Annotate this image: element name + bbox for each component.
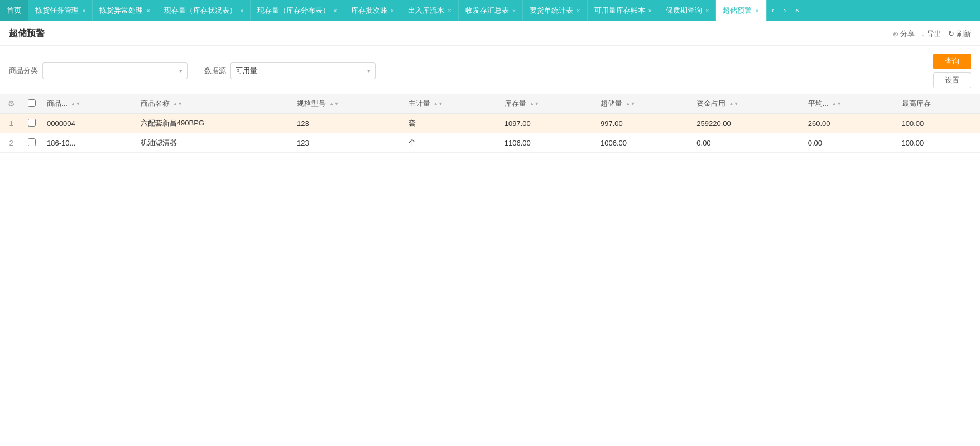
close-icon-abnormal[interactable]: × xyxy=(146,7,150,14)
row-spec: 123 xyxy=(291,133,402,153)
col-header-stock[interactable]: 库存量 ▲▼ xyxy=(499,94,595,114)
nav-item-order-stat[interactable]: 要货单统计表 × xyxy=(523,0,587,21)
category-arrow-icon: ▾ xyxy=(179,67,182,75)
row-avg: 0.00 xyxy=(803,133,896,153)
col-header-product-name[interactable]: 商品名称 ▲▼ xyxy=(135,94,291,114)
close-icon-quality[interactable]: × xyxy=(705,7,709,14)
row-code: 186-10... xyxy=(41,133,135,153)
row-overstock: 1006.00 xyxy=(595,133,691,153)
col-label-capital: 资金占用 xyxy=(696,99,726,108)
close-icon-inventory-dist[interactable]: × xyxy=(333,7,337,14)
nav-item-inventory-dist[interactable]: 现存量（库存分布表） × xyxy=(251,0,344,21)
close-icon-available-acct[interactable]: × xyxy=(648,7,652,14)
close-icon-summary[interactable]: × xyxy=(512,7,516,14)
nav-item-home[interactable]: 首页 xyxy=(0,0,28,21)
row-name: 六配套新昌490BPG xyxy=(135,114,291,133)
page-header: 超储预警 ⎋ 分享 ↓ 导出 ↻ 刷新 xyxy=(0,21,980,46)
row-seq: 2 xyxy=(0,133,22,153)
filter-area: 商品分类 ▾ 数据源 可用量 ▾ 查询 设置 xyxy=(0,46,980,94)
close-icon-flow[interactable]: × xyxy=(448,7,451,14)
sort-icon-product-code: ▲▼ xyxy=(70,101,80,106)
settings-button[interactable]: 设置 xyxy=(933,72,971,88)
table-wrap: ⚙ 商品... ▲▼ 商品名称 ▲▼ 规格型号 ▲▼ xyxy=(0,94,980,153)
col-label-product-code: 商品... xyxy=(47,99,68,108)
nav-label-task-mgmt: 拣货任务管理 xyxy=(35,6,79,16)
nav-item-flow[interactable]: 出入库流水 × xyxy=(401,0,458,21)
row-avg: 260.00 xyxy=(803,114,896,133)
col-header-max-stock: 最高库存 xyxy=(896,94,981,114)
table-row: 1 0000004 六配套新昌490BPG 123 套 1097.00 997.… xyxy=(0,114,980,133)
row-checkbox-cell xyxy=(22,114,41,133)
row-max-stock: 100.00 xyxy=(896,114,981,133)
nav-item-abnormal[interactable]: 拣货异常处理 × xyxy=(93,0,157,21)
category-label: 商品分类 xyxy=(9,66,38,76)
col-header-avg[interactable]: 平均... ▲▼ xyxy=(803,94,896,114)
nav-item-quality[interactable]: 保质期查询 × xyxy=(659,0,716,21)
row-checkbox-0[interactable] xyxy=(28,119,36,127)
data-table: ⚙ 商品... ▲▼ 商品名称 ▲▼ 规格型号 ▲▼ xyxy=(0,94,980,153)
col-header-overstock[interactable]: 超储量 ▲▼ xyxy=(595,94,691,114)
close-icon-batch[interactable]: × xyxy=(391,7,394,14)
datasource-arrow-icon: ▾ xyxy=(367,67,371,75)
refresh-button[interactable]: ↻ 刷新 xyxy=(948,29,971,39)
col-header-spec[interactable]: 规格型号 ▲▼ xyxy=(291,94,402,114)
col-header-unit[interactable]: 主计量 ▲▼ xyxy=(403,94,499,114)
page-content: 超储预警 ⎋ 分享 ↓ 导出 ↻ 刷新 商品分类 ▾ 数据源 xyxy=(0,21,980,446)
nav-arrow-right[interactable]: › xyxy=(779,0,791,21)
close-icon-overstock[interactable]: × xyxy=(755,7,758,14)
nav-item-task-mgmt[interactable]: 拣货任务管理 × xyxy=(28,0,93,21)
filter-buttons: 查询 设置 xyxy=(933,54,971,88)
row-name: 机油滤清器 xyxy=(135,133,291,153)
select-all-checkbox[interactable] xyxy=(28,99,36,107)
sort-icon-avg: ▲▼ xyxy=(832,101,842,106)
header-actions: ⎋ 分享 ↓ 导出 ↻ 刷新 xyxy=(893,29,972,39)
query-button[interactable]: 查询 xyxy=(933,54,971,69)
row-checkbox-1[interactable] xyxy=(28,138,36,146)
sort-icon-overstock: ▲▼ xyxy=(626,101,636,106)
row-unit: 个 xyxy=(403,133,499,153)
nav-item-batch[interactable]: 库存批次账 × xyxy=(344,0,401,21)
checkbox-header xyxy=(22,94,41,114)
sort-icon-capital: ▲▼ xyxy=(729,101,739,106)
datasource-label: 数据源 xyxy=(204,66,226,76)
nav-item-inventory-status[interactable]: 现存量（库存状况表） × xyxy=(157,0,251,21)
datasource-select[interactable]: 可用量 ▾ xyxy=(230,62,376,79)
row-unit: 套 xyxy=(403,114,499,133)
nav-item-summary[interactable]: 收发存汇总表 × xyxy=(459,0,523,21)
col-label-stock: 库存量 xyxy=(505,99,526,108)
row-code: 0000004 xyxy=(41,114,135,133)
row-overstock: 997.00 xyxy=(595,114,691,133)
nav-label-available-acct: 可用量库存账本 xyxy=(594,6,645,16)
datasource-value: 可用量 xyxy=(236,66,257,76)
nav-label-order-stat: 要货单统计表 xyxy=(530,6,573,16)
nav-arrow-close[interactable]: × xyxy=(791,0,803,21)
row-capital: 259220.00 xyxy=(691,114,802,133)
row-max-stock: 100.00 xyxy=(896,133,981,153)
share-label: 分享 xyxy=(900,29,915,39)
category-select[interactable]: ▾ xyxy=(42,62,188,79)
col-header-product-code[interactable]: 商品... ▲▼ xyxy=(41,94,135,114)
close-icon-inventory-status[interactable]: × xyxy=(240,7,243,14)
sort-icon-product-name: ▲▼ xyxy=(172,101,182,106)
sort-icon-spec: ▲▼ xyxy=(329,101,339,106)
col-header-capital[interactable]: 资金占用 ▲▼ xyxy=(691,94,802,114)
nav-label-flow: 出入库流水 xyxy=(408,6,444,16)
nav-label-inventory-dist: 现存量（库存分布表） xyxy=(257,6,330,16)
row-checkbox-cell xyxy=(22,133,41,153)
nav-item-available-acct[interactable]: 可用量库存账本 × xyxy=(588,0,659,21)
top-nav: 首页 拣货任务管理 × 拣货异常处理 × 现存量（库存状况表） × 现存量（库存… xyxy=(0,0,980,21)
nav-arrow-left[interactable]: ‹ xyxy=(766,0,779,21)
share-button[interactable]: ⎋ 分享 xyxy=(893,29,915,39)
export-button[interactable]: ↓ 导出 xyxy=(921,29,942,39)
sort-icon-unit: ▲▼ xyxy=(433,101,443,106)
page-title: 超储预警 xyxy=(9,28,45,40)
row-spec: 123 xyxy=(291,114,402,133)
nav-item-overstock[interactable]: 超储预警 × xyxy=(716,0,766,21)
nav-label-quality: 保质期查询 xyxy=(666,6,702,16)
refresh-icon: ↻ xyxy=(948,30,954,38)
close-icon-task-mgmt[interactable]: × xyxy=(82,7,85,14)
close-icon-order-stat[interactable]: × xyxy=(577,7,580,14)
col-label-overstock: 超储量 xyxy=(601,99,622,108)
col-label-avg: 平均... xyxy=(808,99,829,108)
column-settings-icon[interactable]: ⚙ xyxy=(8,99,15,108)
